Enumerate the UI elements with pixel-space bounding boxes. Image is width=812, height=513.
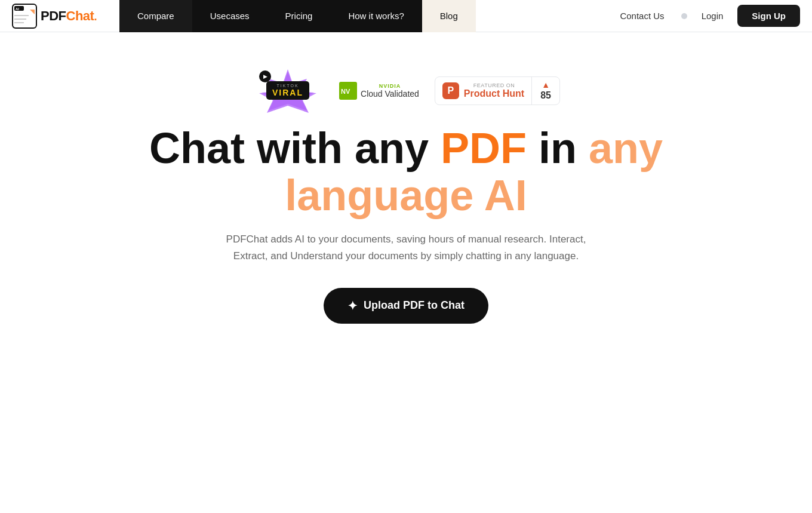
badges-row: TIKTOK VIRAL ▶ NV NVIDIA Cloud Validated… [252, 68, 560, 113]
nvidia-validated: Cloud Validated [361, 89, 419, 99]
ph-score: ▲ 85 [531, 77, 559, 105]
upload-pdf-button[interactable]: ✦ Upload PDF to Chat [324, 288, 488, 324]
ph-score-number: 85 [540, 90, 551, 101]
login-button[interactable]: Login [692, 6, 733, 26]
nav-contact[interactable]: Contact Us [608, 0, 676, 32]
upload-btn-label: Upload PDF to Chat [364, 299, 465, 312]
logo-icon: AI [12, 4, 37, 29]
ph-name: Product Hunt [464, 88, 524, 99]
nvidia-text: NVIDIA Cloud Validated [361, 83, 419, 99]
sparkle-icon: ✦ [347, 299, 358, 313]
navbar: AI PDFChat. Compare Usecases Pricing How… [0, 0, 812, 32]
tiktok-icon: ▶ [259, 70, 271, 82]
viral-badge: TIKTOK VIRAL ▶ [252, 68, 324, 113]
nav-blog[interactable]: Blog [422, 0, 476, 32]
nav-how-it-works[interactable]: How it works? [330, 0, 422, 32]
hero-section: TIKTOK VIRAL ▶ NV NVIDIA Cloud Validated… [0, 32, 812, 324]
nvidia-logo-icon: NV [339, 82, 357, 100]
svg-text:NV: NV [341, 88, 350, 95]
signup-button[interactable]: Sign Up [737, 5, 800, 27]
heading-part2: in [527, 124, 589, 172]
nav-right: Contact Us Login Sign Up [608, 0, 812, 32]
ph-arrow-icon: ▲ [542, 80, 550, 90]
nav-links: Compare Usecases Pricing How it works? B… [119, 0, 476, 32]
nav-dot-divider [681, 13, 687, 19]
product-hunt-badge[interactable]: P FEATURED ON Product Hunt ▲ 85 [435, 76, 560, 105]
ph-featured-label: FEATURED ON [464, 82, 524, 88]
viral-label: VIRAL [272, 88, 303, 97]
viral-inner: TIKTOK VIRAL [266, 81, 309, 100]
hero-heading: Chat with any PDF in any language AI [137, 125, 675, 219]
nav-pricing[interactable]: Pricing [267, 0, 331, 32]
hero-subtitle: PDFChat adds AI to your documents, savin… [209, 231, 603, 263]
svg-text:AI: AI [16, 7, 19, 11]
ph-info: FEATURED ON Product Hunt [464, 82, 524, 99]
tiktok-label: TIKTOK [272, 84, 303, 88]
nav-compare[interactable]: Compare [119, 0, 192, 32]
nvidia-badge: NV NVIDIA Cloud Validated [333, 79, 425, 102]
nav-usecases[interactable]: Usecases [192, 0, 267, 32]
heading-part1: Chat with any [149, 124, 441, 172]
ph-icon: P [442, 82, 459, 99]
ph-left: P FEATURED ON Product Hunt [435, 82, 531, 99]
nvidia-brand: NVIDIA [361, 83, 419, 89]
logo-text: PDFChat. [41, 8, 97, 24]
heading-pdf: PDF [441, 124, 527, 172]
logo[interactable]: AI PDFChat. [0, 4, 119, 29]
